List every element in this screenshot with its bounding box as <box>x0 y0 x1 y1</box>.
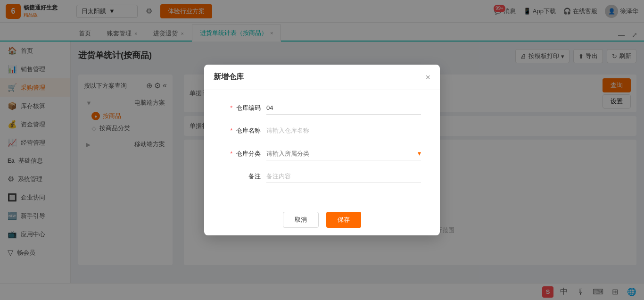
dialog-body: * 仓库编码 * 仓库名称 * 仓库分类 <box>204 90 440 204</box>
category-arrow-icon: ▾ <box>418 150 421 157</box>
form-row-category: * 仓库分类 ▾ <box>223 147 421 160</box>
dialog-close-button[interactable]: × <box>425 73 430 82</box>
code-label: * 仓库编码 <box>223 104 261 112</box>
form-row-name: * 仓库名称 <box>223 124 421 137</box>
remark-label: 备注 <box>223 172 261 181</box>
category-label: * 仓库分类 <box>223 150 261 158</box>
name-label: * 仓库名称 <box>223 126 261 135</box>
new-warehouse-dialog: 新增仓库 × * 仓库编码 * 仓库名称 <box>204 65 440 235</box>
code-input[interactable] <box>266 101 421 115</box>
dialog-header: 新增仓库 × <box>204 65 440 90</box>
form-row-code: * 仓库编码 <box>223 101 421 115</box>
category-input[interactable] <box>266 150 418 157</box>
form-row-remark: 备注 <box>223 170 421 183</box>
required-star-name: * <box>230 127 232 134</box>
dialog-footer: 取消 保存 <box>204 204 440 235</box>
remark-input[interactable] <box>266 170 421 183</box>
required-star-category: * <box>230 150 232 157</box>
required-star-code: * <box>230 104 232 111</box>
dialog-title: 新增仓库 <box>214 72 244 82</box>
name-input[interactable] <box>266 124 421 137</box>
save-button[interactable]: 保存 <box>326 212 361 228</box>
modal-overlay: 新增仓库 × * 仓库编码 * 仓库名称 <box>0 0 644 300</box>
category-select[interactable]: ▾ <box>266 147 421 160</box>
cancel-button[interactable]: 取消 <box>283 212 319 228</box>
